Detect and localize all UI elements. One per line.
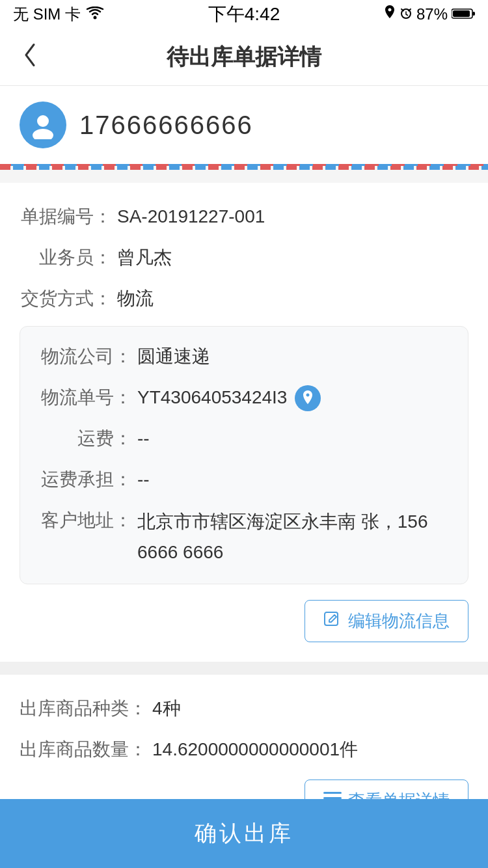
doc-number-value: SA-20191227-001 <box>117 202 468 232</box>
doc-number-label: 单据编号： <box>20 202 117 232</box>
avatar <box>20 102 66 148</box>
location-track-icon[interactable] <box>295 385 321 411</box>
status-left: 无 SIM 卡 <box>13 4 104 25</box>
svg-rect-3 <box>472 12 475 16</box>
user-header: 17666666666 <box>0 86 488 166</box>
document-section: 单据编号： SA-20191227-001 业务员： 曾凡杰 交货方式： 物流 … <box>0 183 488 662</box>
page-title: 待出库单据详情 <box>167 42 321 72</box>
freight-value: -- <box>137 424 448 454</box>
location-icon <box>384 5 396 23</box>
salesperson-value: 曾凡杰 <box>117 243 468 273</box>
company-value: 圆通速递 <box>137 342 448 372</box>
salesperson-label: 业务员： <box>20 243 117 273</box>
address-value: 北京市市辖区海淀区永丰南 张，156 6666 6666 <box>137 506 448 568</box>
address-label: 客户地址： <box>40 506 137 536</box>
goods-quantity-row: 出库商品数量： 14.6200000000000001件 <box>20 735 468 765</box>
logistics-card: 物流公司： 圆通速递 物流单号： YT43064053424I3 运费： -- … <box>20 326 468 584</box>
delivery-row: 交货方式： 物流 <box>20 284 468 314</box>
edit-logistics-row: 编辑物流信息 <box>20 600 468 642</box>
tracking-label: 物流单号： <box>40 383 137 413</box>
battery-label: 87% <box>416 5 448 23</box>
delivery-value: 物流 <box>117 284 468 314</box>
user-phone: 17666666666 <box>79 111 253 140</box>
svg-rect-4 <box>453 10 470 17</box>
company-label: 物流公司： <box>40 342 137 372</box>
salesperson-row: 业务员： 曾凡杰 <box>20 243 468 273</box>
battery-icon <box>452 5 475 23</box>
freight-bearer-row: 运费承担： -- <box>40 465 448 495</box>
freight-row: 运费： -- <box>40 424 448 454</box>
status-right: 87% <box>384 5 475 23</box>
wifi-icon <box>86 5 104 23</box>
status-time: 下午4:42 <box>208 2 280 27</box>
status-bar: 无 SIM 卡 下午4:42 87% <box>0 0 488 29</box>
freight-bearer-value: -- <box>137 465 448 495</box>
edit-icon <box>323 610 342 632</box>
goods-type-label: 出库商品种类： <box>20 694 152 724</box>
confirm-out-button[interactable]: 确认出库 <box>26 819 462 848</box>
edit-logistics-label: 编辑物流信息 <box>348 610 450 632</box>
carrier-label: 无 SIM 卡 <box>13 4 81 25</box>
bottom-bar: 确认出库 <box>0 799 488 868</box>
freight-label: 运费： <box>40 424 137 454</box>
freight-bearer-label: 运费承担： <box>40 465 137 495</box>
nav-bar: 待出库单据详情 <box>0 29 488 86</box>
company-row: 物流公司： 圆通速递 <box>40 342 448 372</box>
goods-type-row: 出库商品种类： 4种 <box>20 694 468 724</box>
doc-number-row: 单据编号： SA-20191227-001 <box>20 202 468 232</box>
goods-quantity-value: 14.6200000000000001件 <box>152 735 468 765</box>
alarm-icon <box>400 5 413 23</box>
address-row: 客户地址： 北京市市辖区海淀区永丰南 张，156 6666 6666 <box>40 506 448 568</box>
tracking-row: 物流单号： YT43064053424I3 <box>40 383 448 413</box>
section-divider-1 <box>0 662 488 675</box>
goods-quantity-label: 出库商品数量： <box>20 735 152 765</box>
goods-type-value: 4种 <box>152 694 468 724</box>
delivery-label: 交货方式： <box>20 284 117 314</box>
svg-point-0 <box>94 16 97 20</box>
svg-point-6 <box>33 129 53 139</box>
tracking-value: YT43064053424I3 <box>137 383 448 413</box>
dashed-divider <box>0 166 488 170</box>
svg-point-5 <box>37 115 49 127</box>
svg-rect-8 <box>323 792 342 794</box>
edit-logistics-button[interactable]: 编辑物流信息 <box>305 600 468 642</box>
back-button[interactable] <box>16 35 44 79</box>
